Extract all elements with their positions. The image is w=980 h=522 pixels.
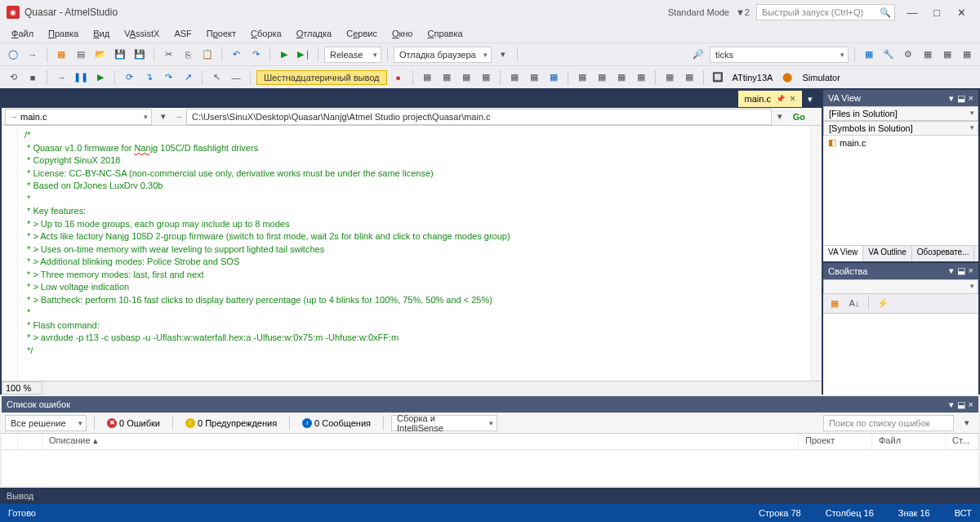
tb-icon-e[interactable]: ▦ <box>939 47 956 63</box>
col-code[interactable] <box>18 434 42 449</box>
files-in-solution-combo[interactable]: [Files in Solution] <box>823 106 978 121</box>
new-file-icon[interactable]: ▤ <box>73 47 89 63</box>
nav-fwd-icon[interactable]: → <box>24 47 41 63</box>
quick-launch-input[interactable]: Быстрый запуск (Ctrl+Q) 🔍 <box>756 4 895 20</box>
save-icon[interactable]: 💾 <box>112 47 128 63</box>
dbg-f-icon[interactable]: ▦ <box>526 69 542 86</box>
continue-icon[interactable]: ▶ <box>92 69 109 86</box>
panel-close-icon[interactable]: × <box>969 265 973 276</box>
menu-edit[interactable]: Правка <box>42 27 85 40</box>
tb-icon-a[interactable]: ▦ <box>861 47 877 63</box>
scope-dropdown-icon[interactable]: ▾ <box>155 109 172 125</box>
col-description[interactable]: Описание ▴ <box>42 434 799 449</box>
restart-icon[interactable]: ⟳ <box>121 69 137 86</box>
dbg-j-icon[interactable]: ▦ <box>613 69 630 86</box>
menu-debug[interactable]: Отладка <box>290 27 339 40</box>
save-all-icon[interactable]: 💾 <box>131 47 148 63</box>
col-icon[interactable] <box>2 434 18 449</box>
messages-filter-button[interactable]: i0 Сообщения <box>297 417 376 430</box>
search-combo[interactable]: ticks <box>710 47 849 63</box>
maximize-button[interactable]: □ <box>924 3 949 21</box>
panel-menu-icon[interactable]: ▾ <box>949 265 954 276</box>
dbg-c-icon[interactable]: ▦ <box>458 69 474 86</box>
errors-filter-button[interactable]: ✖0 Ошибки <box>102 417 165 430</box>
path-dropdown-icon[interactable]: ▾ <box>772 109 788 125</box>
dbg-i-icon[interactable]: ▦ <box>594 69 610 86</box>
code-editor[interactable]: /* * Quasar v1.0 firmware for Nanjg 105C… <box>2 126 822 381</box>
new-project-icon[interactable]: ▦ <box>53 47 69 63</box>
error-scope-combo[interactable]: Все решение <box>5 415 87 431</box>
panel-pin-icon[interactable]: ⬓ <box>957 399 965 410</box>
dbg-d-icon[interactable]: ▦ <box>478 69 494 86</box>
dbg-k-icon[interactable]: ▦ <box>633 69 649 86</box>
minimize-button[interactable]: ― <box>900 3 924 21</box>
properties-object-combo[interactable] <box>823 279 978 294</box>
bp-icon[interactable]: ● <box>390 69 407 86</box>
run-no-debug-icon[interactable]: ▶❘ <box>296 47 312 63</box>
file-item-main-c[interactable]: ◧ main.c <box>823 136 978 149</box>
build-intellisense-combo[interactable]: Сборка и IntelliSense <box>391 415 497 431</box>
step-out-icon[interactable]: ↗ <box>180 69 196 86</box>
warnings-filter-button[interactable]: !0 Предупреждения <box>180 417 282 430</box>
reset-icon[interactable]: ⟲ <box>5 69 21 86</box>
undo-icon[interactable]: ↶ <box>228 47 244 63</box>
tab-main-c[interactable]: main.c 📌 × <box>738 91 802 107</box>
tb-icon-f[interactable]: ▦ <box>959 47 975 63</box>
menu-vassistx[interactable]: VAssistX <box>118 27 166 40</box>
paste-icon[interactable]: 📋 <box>199 47 216 63</box>
menu-view[interactable]: Вид <box>87 27 116 40</box>
dbg-l-icon[interactable]: ▦ <box>662 69 678 86</box>
error-search-dropdown-icon[interactable]: ▾ <box>959 415 975 431</box>
panel-pin-icon[interactable]: ⬓ <box>957 93 965 104</box>
file-path-input[interactable]: C:\Users\SinuX\Desktop\Quasar\Nanjg\Atme… <box>186 109 772 125</box>
redo-icon[interactable]: ↷ <box>247 47 264 63</box>
dbg-m-icon[interactable]: ▦ <box>681 69 697 86</box>
cursor-icon[interactable]: ↖ <box>208 69 225 86</box>
stop-icon[interactable]: ■ <box>24 69 41 86</box>
step-over-icon[interactable]: ↷ <box>160 69 176 86</box>
hex-output-button[interactable]: Шестнадцатеричный вывод <box>256 70 387 85</box>
file-scope-combo[interactable]: main.c <box>5 109 152 125</box>
col-project[interactable]: Проект <box>799 434 872 449</box>
close-button[interactable]: ✕ <box>949 3 973 21</box>
browser-dropdown-icon[interactable]: ▾ <box>495 47 511 63</box>
dbg-b-icon[interactable]: ▦ <box>439 69 455 86</box>
h-scrollbar[interactable]: 100 % <box>2 381 822 395</box>
menu-project[interactable]: Проект <box>200 27 243 40</box>
step-into-icon[interactable]: ↴ <box>140 69 157 86</box>
dbg-a-icon[interactable]: ▦ <box>419 69 435 86</box>
run-icon[interactable]: ▶ <box>276 47 292 63</box>
col-file[interactable]: Файл <box>872 434 946 449</box>
chip-icon[interactable]: 🔲 <box>710 69 726 86</box>
dbg-g-icon[interactable]: ▦ <box>546 69 562 86</box>
prop-events-icon[interactable]: ⚡ <box>875 295 891 311</box>
subtab-explorer[interactable]: Обозревате... <box>912 246 975 261</box>
menu-file[interactable]: Файл <box>5 27 40 40</box>
code-text[interactable]: /* * Quasar v1.0 firmware for Nanjg 105C… <box>18 126 810 381</box>
cut-icon[interactable]: ✂ <box>160 47 176 63</box>
col-line[interactable]: Ст... <box>946 434 978 449</box>
config-combo[interactable]: Release <box>324 47 381 63</box>
tool-icon[interactable]: ⬤ <box>779 69 795 86</box>
pause-icon[interactable]: ❚❚ <box>73 69 89 86</box>
alphabetical-icon[interactable]: A↓ <box>846 295 862 311</box>
subtab-va-outline[interactable]: VA Outline <box>863 246 912 261</box>
menu-build[interactable]: Сборка <box>244 27 288 40</box>
tool-label[interactable]: Simulator <box>799 73 843 83</box>
line-icon[interactable]: — <box>228 69 244 86</box>
copy-icon[interactable]: ⎘ <box>180 47 196 63</box>
panel-menu-icon[interactable]: ▾ <box>949 93 954 104</box>
step-icon[interactable]: → <box>53 69 69 86</box>
tb-icon-c[interactable]: ⚙ <box>900 47 916 63</box>
open-icon[interactable]: 📂 <box>92 47 109 63</box>
go-button[interactable]: Go <box>788 112 810 122</box>
panel-pin-icon[interactable]: ⬓ <box>957 265 965 276</box>
menu-window[interactable]: Окно <box>385 27 420 40</box>
menu-asf[interactable]: ASF <box>167 27 198 40</box>
menu-help[interactable]: Справка <box>421 27 469 40</box>
panel-menu-icon[interactable]: ▾ <box>949 399 954 410</box>
tab-close-icon[interactable]: × <box>790 93 795 105</box>
symbols-in-solution-combo[interactable]: [Symbols in Solution] <box>823 121 978 136</box>
dbg-e-icon[interactable]: ▦ <box>506 69 523 86</box>
menu-service[interactable]: Сервис <box>340 27 384 40</box>
